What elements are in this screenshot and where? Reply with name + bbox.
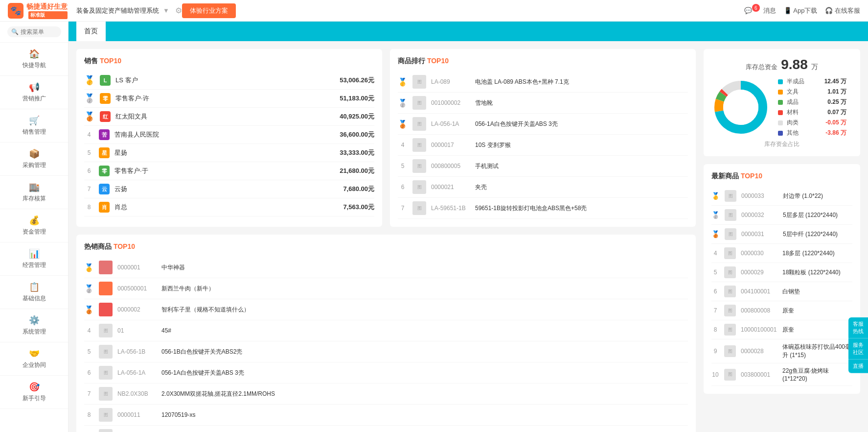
- product-name: 59651-1B旋转投影灯电池盒ABS黑色+58壳: [475, 204, 688, 213]
- product-name: 056-1A白色按键开关盖ABS 3壳: [475, 120, 688, 128]
- legend-value: 0.25 万: [827, 98, 846, 106]
- sidebar-search[interactable]: 🔍: [0, 22, 68, 43]
- product-code: LA-056-1A: [431, 120, 470, 127]
- float-button[interactable]: 服务社区: [848, 338, 868, 360]
- product-name: 体碗荔枝味苏打饮品400毫升 (1*15): [782, 343, 852, 360]
- sidebar-item-basic[interactable]: 📋 基础信息: [0, 276, 68, 309]
- product-name: 雪地靴: [475, 99, 688, 107]
- sidebar-item-guide[interactable]: 🎯 新手引导: [0, 376, 68, 409]
- system-selector[interactable]: 装备及固定资产辅助管理系统 ▼ ⚙: [76, 6, 182, 15]
- svg-point-5: [723, 90, 758, 125]
- content-body: 销售 TOP10 🥇 L LS 客户 53,006.26元🥈 零 零售客户·许 …: [69, 41, 868, 432]
- sidebar-item-sales[interactable]: 🛒 销售管理: [0, 109, 68, 143]
- marketing-icon: 📢: [29, 82, 40, 93]
- product-name: 电池盖 LA-089 ABS本色+黑种 7.1克: [475, 78, 688, 86]
- service-link[interactable]: 🎧 在线客服: [825, 6, 860, 15]
- top-bar-right: 💬 6 消息 📱 App下载 🎧 在线客服: [744, 6, 860, 15]
- product-name: 原奎: [782, 307, 852, 315]
- sidebar-item-label: 采购管理: [23, 161, 46, 169]
- product-code: 0000033: [741, 192, 778, 199]
- product-name: 夹壳: [475, 183, 688, 192]
- rank-item: 🥇 L LS 客户 53,006.26元: [84, 72, 374, 90]
- rank-number: 8: [84, 204, 94, 211]
- product-name: 封边带 (1.0*22): [783, 192, 852, 200]
- product-rank-item: 🥉 图 LA-056-1A 056-1A白色按键开关盖ABS 3壳: [398, 114, 688, 135]
- settings-icon[interactable]: ⚙: [175, 6, 182, 15]
- product-code: 001000002: [431, 99, 470, 106]
- rank-item: 🥉 红 红太阳文具 40,925.00元: [84, 108, 374, 126]
- medal-icon: 🥉: [84, 111, 95, 122]
- medal-icon: 🥉: [711, 230, 720, 238]
- rank-number: 6: [84, 369, 94, 376]
- basic-icon: 📋: [29, 282, 40, 292]
- customer-name: 星扬: [114, 148, 335, 157]
- rank-item: 🥈 零 零售客户·许 51,183.00元: [84, 90, 374, 108]
- float-button[interactable]: 客服热线: [848, 317, 868, 338]
- hot-products-panel: 热销商品 TOP10 🥇 0000001 中华神器🥈 000500001 新西兰…: [76, 235, 696, 432]
- new-products-list: 🥇 图 0000033 封边带 (1.0*22)🥈 图 0000032 5层多层…: [711, 187, 852, 386]
- sidebar-item-home[interactable]: 🏠 快捷导航: [0, 43, 68, 76]
- rank-item: 8 肖 肖总 7,563.00元: [84, 198, 374, 216]
- legend-item: 肉类 -0.05 万: [778, 118, 846, 128]
- dropdown-arrow-icon[interactable]: ▼: [163, 7, 169, 14]
- customer-avatar: L: [100, 75, 111, 86]
- sidebar-item-purchase[interactable]: 📦 采购管理: [0, 143, 68, 176]
- product-image: 图: [724, 324, 736, 336]
- sidebar-item-coop[interactable]: 🤝 企业协同: [0, 342, 68, 376]
- float-button[interactable]: 直播: [848, 360, 868, 373]
- inventory-caption: 库存资金占比: [711, 140, 852, 148]
- product-rank-item: 🥈 图 001000002 雪地靴: [398, 93, 688, 114]
- sidebar-item-operations[interactable]: 📊 经营管理: [0, 242, 68, 276]
- hot-product-item: 🥈 000500001 新西兰牛肉（新牛）: [84, 278, 688, 299]
- medal-icon: 🥇: [84, 75, 95, 86]
- medal-icon: 🥈: [84, 93, 95, 104]
- new-product-item: 9 图 0000028 体碗荔枝味苏打饮品400毫升 (1*15): [711, 339, 852, 363]
- product-name: 5层中纤 (1220*2440): [783, 230, 852, 239]
- product-rank-item: 6 图 0000021 夹壳: [398, 177, 688, 198]
- legend-item: 成品 0.25 万: [778, 97, 846, 107]
- app-download-link[interactable]: 📱 App下载: [784, 6, 817, 15]
- sidebar-item-inventory[interactable]: 🏬 库存核算: [0, 176, 68, 209]
- service-icon: 🎧: [825, 7, 833, 14]
- sidebar-item-label: 新手引导: [23, 394, 46, 403]
- customer-avatar: 肖: [99, 202, 110, 213]
- rank-number: 4: [84, 131, 94, 138]
- right-panel: 库存总资金 9.88 万: [704, 49, 860, 424]
- legend-color: [778, 110, 783, 115]
- product-name: 45#: [161, 327, 688, 334]
- rank-number: 5: [84, 149, 94, 156]
- hot-products-title: 热销商品 TOP10: [84, 242, 688, 251]
- product-image: 图: [412, 201, 426, 215]
- sidebar-item-marketing[interactable]: 📢 营销推广: [0, 76, 68, 109]
- tab-home[interactable]: 首页: [76, 22, 106, 41]
- sidebar-item-system[interactable]: ⚙️ 系统管理: [0, 309, 68, 342]
- logo-icon: 🐾: [8, 3, 23, 19]
- message-link[interactable]: 💬 6 消息: [744, 6, 776, 15]
- sidebar-item-label: 基础信息: [23, 294, 46, 303]
- rank-number: 7: [84, 390, 94, 397]
- inventory-total: 库存总资金 9.88 万: [711, 57, 852, 72]
- rank-number: 4: [398, 142, 408, 148]
- product-image: 图: [724, 305, 736, 316]
- legend-name: 文具: [787, 88, 823, 96]
- new-product-item: 5 图 0000029 18颗粒板 (1220*2440): [711, 263, 852, 282]
- new-product-item: 6 图 004100001 白钢垫: [711, 282, 852, 301]
- rank-number: 5: [398, 163, 408, 169]
- trial-button[interactable]: 体验行业方案: [182, 3, 236, 18]
- product-name: 2.0X30MM双搓花轴,搓花直径2.1MM/ROHS: [161, 390, 688, 398]
- product-name: 22g鱼豆腐·烧烤味 (1*12*20): [782, 367, 852, 382]
- product-name: 056-1A白色按键开关盖ABS 3壳: [161, 369, 688, 377]
- content-area: 首页 销售 TOP10 🥇 L LS 客户 53,006.26元🥈 零 零售客户…: [69, 22, 868, 432]
- search-input[interactable]: [21, 28, 55, 35]
- sidebar-item-finance[interactable]: 💰 资金管理: [0, 209, 68, 242]
- product-image: 图: [724, 247, 736, 259]
- product-image: 图: [724, 369, 736, 381]
- donut-chart: [711, 78, 770, 137]
- legend-item: 材料 0.07 万: [778, 107, 846, 118]
- product-image: 图: [724, 286, 736, 297]
- new-product-item: 🥉 图 0000031 5层中纤 (1220*2440): [711, 225, 852, 244]
- product-name: 18颗粒板 (1220*2440): [782, 268, 852, 277]
- sales-amount: 51,183.00元: [340, 94, 374, 103]
- product-rank-item: 🥇 图 LA-089 电池盖 LA-089 ABS本色+黑种 7.1克: [398, 72, 688, 93]
- rank-item: 7 云 云扬 7,680.00元: [84, 180, 374, 198]
